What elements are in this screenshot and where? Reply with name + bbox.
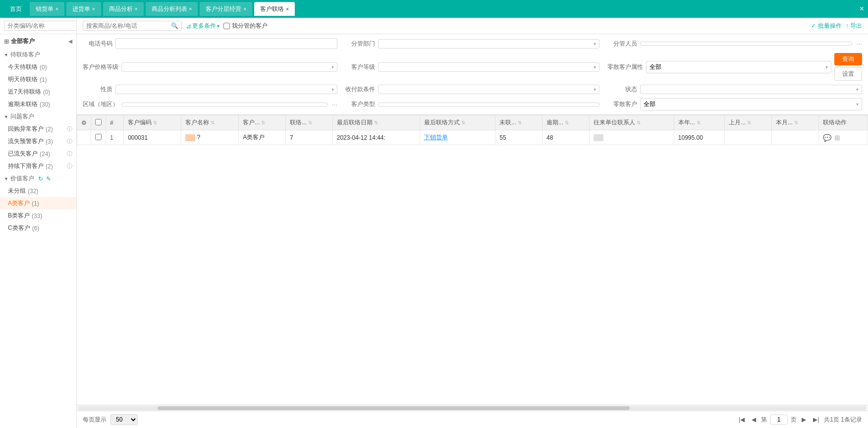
- phone-input[interactable]: [115, 38, 337, 49]
- refresh-value-icon[interactable]: ↻: [38, 175, 43, 182]
- close-product-analysis-list-tab[interactable]: ×: [189, 6, 192, 12]
- batch-ops-button[interactable]: ✓ 批量操作: [811, 22, 841, 30]
- sidebar-item-class-a[interactable]: A类客户 (1): [0, 197, 76, 210]
- sidebar-item-abnormal[interactable]: 回购异常客户 (2) ⓘ: [0, 123, 76, 135]
- close-product-analysis-tab[interactable]: ×: [135, 6, 138, 12]
- collapse-sidebar-icon[interactable]: ◀: [68, 39, 72, 44]
- dept-select[interactable]: ▾: [378, 39, 600, 49]
- sort-name-icon[interactable]: ⇅: [211, 120, 215, 125]
- prev-page-button[interactable]: ◀: [750, 415, 758, 424]
- edit-value-icon[interactable]: ✎: [46, 175, 51, 182]
- sidebar-item-today-pending[interactable]: 今天待联络 (0): [0, 61, 76, 73]
- gear-icon[interactable]: ⚙: [81, 119, 87, 126]
- th-cust-type[interactable]: 客户... ⇅: [239, 115, 286, 130]
- sidebar-item-class-b[interactable]: B类客户 (33): [0, 210, 76, 222]
- sidebar-item-churned[interactable]: 已流失客户 (24) ⓘ: [0, 148, 76, 160]
- my-customers-checkbox[interactable]: [223, 23, 230, 29]
- sort-last-contact-date-icon[interactable]: ⇅: [374, 120, 378, 125]
- export-button[interactable]: ↑ 导出: [846, 22, 862, 30]
- last-contact-method-link[interactable]: 下销货单: [424, 134, 448, 141]
- row-checkbox[interactable]: [95, 134, 102, 140]
- qr-icon[interactable]: ⊞: [834, 134, 840, 142]
- sidebar-item-unclassified[interactable]: 未分组 (32): [0, 185, 76, 197]
- th-this-month[interactable]: 本月... ⇅: [771, 115, 818, 130]
- window-close-button[interactable]: ×: [860, 4, 864, 13]
- tab-customer-contact[interactable]: 客户联络 ×: [254, 2, 295, 16]
- sort-overdue-icon[interactable]: ⇅: [565, 120, 569, 125]
- last-page-button[interactable]: ▶|: [811, 415, 821, 424]
- th-name[interactable]: 客户名称 ⇅: [181, 115, 239, 130]
- query-button[interactable]: 查询: [834, 53, 862, 65]
- sidebar-item-7day-pending[interactable]: 近7天待联络 (0): [0, 86, 76, 98]
- expand-value-icon[interactable]: ▼: [4, 176, 8, 181]
- sort-uncontacted-icon[interactable]: ⇅: [518, 120, 522, 125]
- sort-contact-count-icon[interactable]: ⇅: [308, 120, 312, 125]
- per-page-select[interactable]: 50 100 200: [110, 414, 138, 425]
- more-filters-button[interactable]: ⊿ 更多条件 ▾: [186, 22, 219, 30]
- th-company-contact[interactable]: 往来单位联系人 ⇅: [589, 115, 674, 130]
- expand-problem-icon[interactable]: ▼: [4, 114, 8, 119]
- sidebar-item-class-c[interactable]: C类客户 (6): [0, 222, 76, 234]
- sort-code-icon[interactable]: ⇅: [153, 120, 157, 125]
- tab-sales[interactable]: 销货单 ×: [30, 2, 64, 16]
- th-check[interactable]: [91, 115, 106, 130]
- select-all-checkbox[interactable]: [95, 119, 102, 125]
- scroll-thumb[interactable]: [158, 406, 630, 410]
- sort-company-contact-icon[interactable]: ⇅: [637, 120, 641, 125]
- retail-select[interactable]: 全部 ▾: [640, 98, 862, 110]
- payment-select[interactable]: ▾: [378, 85, 600, 94]
- sort-cust-type-icon[interactable]: ⇅: [261, 120, 265, 125]
- tab-product-analysis[interactable]: 商品分析 ×: [103, 2, 144, 16]
- sidebar-item-overdue[interactable]: 逾期未联络 (30): [0, 98, 76, 110]
- area-select[interactable]: [121, 103, 327, 107]
- tab-product-analysis-list[interactable]: 商品分析列表 ×: [146, 2, 198, 16]
- sort-last-contact-method-icon[interactable]: ⇅: [461, 120, 465, 125]
- area-more-icon[interactable]: ···: [331, 101, 337, 108]
- first-page-button[interactable]: |◀: [737, 415, 747, 424]
- status-select[interactable]: ▾: [640, 85, 862, 94]
- scroll-track[interactable]: [79, 406, 866, 410]
- cust-level-select[interactable]: ▾: [378, 62, 600, 72]
- th-last-month[interactable]: 上月... ⇅: [725, 115, 772, 130]
- th-last-contact-date[interactable]: 最后联络日期 ⇅: [332, 115, 420, 130]
- nature-select[interactable]: ▾: [115, 85, 337, 94]
- th-overdue[interactable]: 逾期... ⇅: [542, 115, 590, 130]
- main-search-input[interactable]: [86, 22, 169, 29]
- close-customer-segmentation-tab[interactable]: ×: [243, 6, 246, 12]
- th-gear[interactable]: ⚙: [77, 115, 91, 130]
- close-customer-contact-tab[interactable]: ×: [286, 6, 289, 12]
- retail-attr-select[interactable]: 全部 ▾: [646, 61, 831, 73]
- person-select[interactable]: [640, 42, 852, 46]
- sidebar-item-churn-warning[interactable]: 流失预警客户 (3) ⓘ: [0, 135, 76, 148]
- row-check[interactable]: [91, 130, 106, 145]
- sort-this-month-icon[interactable]: ⇅: [794, 120, 798, 125]
- expand-pending-icon[interactable]: ▼: [4, 53, 8, 57]
- tab-customer-segmentation[interactable]: 客户分层经营 ×: [200, 2, 252, 16]
- sort-this-year-icon[interactable]: ⇅: [697, 120, 701, 125]
- page-number-input[interactable]: [770, 415, 788, 425]
- message-icon[interactable]: 💬: [823, 134, 831, 142]
- setting-button[interactable]: 设置: [834, 67, 862, 81]
- price-level-select[interactable]: ▾: [121, 62, 337, 72]
- horizontal-scrollbar[interactable]: [77, 405, 868, 411]
- th-last-contact-method[interactable]: 最后联络方式 ⇅: [420, 115, 495, 130]
- row-last-contact-method[interactable]: 下销货单: [420, 130, 495, 145]
- sidebar-item-tomorrow-pending[interactable]: 明天待联络 (1): [0, 73, 76, 86]
- sort-last-month-icon[interactable]: ⇅: [747, 120, 751, 125]
- person-more-icon[interactable]: ···: [856, 40, 862, 48]
- close-purchase-tab[interactable]: ×: [92, 6, 95, 12]
- th-uncontacted[interactable]: 未联... ⇅: [495, 115, 542, 130]
- close-sales-tab[interactable]: ×: [55, 6, 58, 12]
- tab-home[interactable]: 首页: [4, 2, 28, 16]
- main-search-icon[interactable]: 🔍: [171, 22, 178, 29]
- sidebar-search-input[interactable]: [4, 21, 77, 31]
- next-page-button[interactable]: ▶: [800, 415, 808, 424]
- sidebar-item-declining[interactable]: 持续下滑客户 (2) ⓘ: [0, 160, 76, 172]
- th-code[interactable]: 客户编码 ⇅: [124, 115, 181, 130]
- cust-type-select[interactable]: [378, 103, 600, 107]
- th-this-year[interactable]: 本年... ⇅: [674, 115, 724, 130]
- tab-purchase[interactable]: 进货单 ×: [66, 2, 101, 16]
- all-customers-header[interactable]: ⊞ 全部客户 ◀: [0, 34, 76, 49]
- th-contact-count[interactable]: 联络... ⇅: [286, 115, 333, 130]
- person-filter-row: 分管人员 ···: [607, 38, 862, 49]
